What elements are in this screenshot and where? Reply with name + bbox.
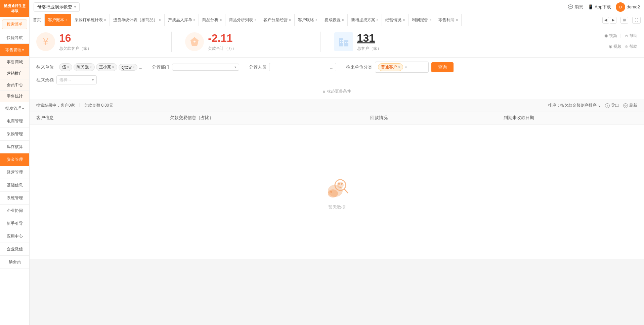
tab-goods-analysis-list[interactable]: 商品分析列表 × <box>225 14 260 26</box>
sidebar-item-member[interactable]: 畅会员 <box>0 256 29 268</box>
video-btn[interactable]: ◉ 视频 <box>604 33 617 39</box>
sidebar-item-ecommerce[interactable]: 电商管理 <box>0 115 29 128</box>
debt-amount-text: 欠款金额 0.00元 <box>84 103 113 108</box>
svg-line-13 <box>344 189 348 193</box>
user-avatar-button[interactable]: D demo2 <box>616 2 640 12</box>
quick-nav-button[interactable]: 快捷导航 <box>0 32 29 44</box>
tab-fullscreen-button[interactable]: ⛶ <box>632 17 641 24</box>
tab-purchase-order-stats[interactable]: 采购订单统计表 × <box>71 14 110 26</box>
tab-close-icon[interactable]: × <box>104 18 106 22</box>
sidebar-item-member-center[interactable]: 会员中心 <box>0 79 29 91</box>
tab-close-icon[interactable]: × <box>159 18 161 22</box>
filter-collapse-button[interactable]: ∧ 收起更多条件 <box>36 87 637 96</box>
sidebar: 畅捷通好生意 标版 搜索菜单 快捷导航 零售管理 ▾ 零售商城 营销推广 会员中… <box>0 0 30 325</box>
tab-close-icon[interactable]: × <box>289 18 291 22</box>
unit-tags-more[interactable]: ... <box>139 65 142 70</box>
sidebar-item-basic-info[interactable]: 基础信息 <box>0 179 29 192</box>
table-empty-state: 暂无数据 <box>30 124 644 259</box>
dept-select[interactable]: ▾ <box>172 64 239 71</box>
tab-close-icon[interactable]: × <box>342 18 344 22</box>
account-name: 母婴行业演示帐套 <box>37 4 72 10</box>
sidebar-item-newbie[interactable]: 新手引导 <box>0 217 29 230</box>
person-input[interactable] <box>272 65 328 70</box>
sidebar-item-retail-stats[interactable]: 零售统计 <box>0 91 29 102</box>
balance-label: 往来余额 <box>36 77 54 83</box>
person-input-wrap[interactable]: ... <box>269 63 336 71</box>
stat-total-customers-value[interactable]: 131 <box>357 32 381 44</box>
tab-close-icon[interactable]: × <box>315 18 317 22</box>
tab-expand-button[interactable]: ⊞ <box>620 17 628 24</box>
app-download-button[interactable]: 📱 App下载 <box>588 4 611 10</box>
tab-new-commission[interactable]: 新增提成方案 × <box>348 14 382 26</box>
tab-home[interactable]: 首页 <box>30 14 45 26</box>
query-button[interactable]: 查询 <box>431 62 454 72</box>
messages-button[interactable]: 💬 消息 <box>568 4 583 10</box>
tab-close-icon[interactable]: × <box>377 18 379 22</box>
sidebar-item-retail-mall[interactable]: 零售商城 <box>0 57 29 68</box>
tab-close-icon[interactable]: × <box>429 18 431 22</box>
unit-tag-4: cjttcw × <box>119 64 138 71</box>
tab-profit-report[interactable]: 利润报告 × <box>409 14 435 26</box>
table-col-due-date: 到期未收款日期 <box>504 115 637 121</box>
tab-commission-settings[interactable]: 提成设置 × <box>321 14 348 26</box>
tab-close-icon[interactable]: × <box>194 18 196 22</box>
person-dots-icon[interactable]: ... <box>330 65 334 70</box>
category-tag-close[interactable]: × <box>398 65 400 69</box>
tab-scroll-left-button[interactable]: ◀ <box>602 17 609 24</box>
tab-close-icon[interactable]: × <box>66 18 68 22</box>
sidebar-item-operation[interactable]: 经营管理 <box>0 166 29 179</box>
sort-selector[interactable]: 排序：按欠款金额倒序排序 ∨ <box>548 103 601 108</box>
stat-diamond-icon: ✦ <box>189 36 200 47</box>
search-menu-button[interactable]: 搜索菜单 <box>2 20 27 29</box>
sidebar-item-marketing[interactable]: 营销推广 <box>0 68 29 79</box>
video-help-button[interactable]: ◉ 视频 <box>609 44 621 49</box>
sidebar-item-purchase[interactable]: 采购管理 <box>0 128 29 141</box>
tab-customer-contact[interactable]: 客户联络 × <box>295 14 321 26</box>
app-header: 母婴行业演示帐套 ▾ 💬 消息 📱 App下载 D demo2 <box>30 0 644 14</box>
person-label: 分管人员 <box>249 64 266 70</box>
sidebar-item-retail-mgmt[interactable]: 零售管理 ▾ <box>0 44 29 57</box>
tab-scroll-right-button[interactable]: ▶ <box>610 17 616 24</box>
refresh-button[interactable]: ↻ 刷新 <box>623 103 637 108</box>
sort-arrow-icon: ∨ <box>598 103 601 108</box>
unit-tag-3: 王小亮 × <box>96 63 117 71</box>
unit-tag-2-close[interactable]: × <box>90 65 92 69</box>
tab-close-icon[interactable]: × <box>403 18 405 22</box>
tab-finished-goods[interactable]: 产成品入库单 × <box>165 14 199 26</box>
tab-close-icon[interactable]: × <box>254 18 256 22</box>
sidebar-item-finance[interactable]: 资金管理 <box>0 153 29 166</box>
tabs-container: 首页 客户账本 × 采购订单统计表 × 进货单统计表（按商品） × 产成品入库单… <box>30 14 599 26</box>
help-btn[interactable]: ⊙ 帮助 <box>625 33 637 39</box>
tab-retail-profit[interactable]: 零售利润 × <box>435 14 462 26</box>
category-select[interactable]: 普通客户 × ▾ <box>375 62 429 73</box>
unit-tag-1-close[interactable]: × <box>67 65 69 69</box>
sidebar-item-enterprise[interactable]: 企业协同 <box>0 205 29 217</box>
sidebar-item-system[interactable]: 系统管理 <box>0 192 29 205</box>
table-header: 客户信息 欠款交易信息（占比） 回款情况 到期未收款日期 <box>30 111 644 124</box>
tab-customer-tier[interactable]: 客户分层经营 × <box>260 14 295 26</box>
export-button[interactable]: ↑ 导出 <box>605 103 619 108</box>
sidebar-item-wechat[interactable]: 企业微信 <box>0 243 29 256</box>
unit-tag-3-close[interactable]: × <box>112 65 114 69</box>
sidebar-item-app-center[interactable]: 应用中心 <box>0 230 29 243</box>
stat-building-icon <box>338 36 350 48</box>
tab-close-icon[interactable]: × <box>456 18 458 22</box>
tab-goods-in-stats[interactable]: 进货单统计表（按商品） × <box>110 14 165 26</box>
tab-operation-status[interactable]: 经营情况 × <box>382 14 409 26</box>
search-result-text: 搜索结果中，客户0家 <box>36 103 75 108</box>
tab-close-icon[interactable]: × <box>220 18 222 22</box>
sidebar-item-wholesale-mgmt[interactable]: 批发管理 ▾ <box>0 102 29 115</box>
stat-debt-customers-value: 16 <box>59 32 91 44</box>
sidebar-item-inventory[interactable]: 库存核算 <box>0 141 29 153</box>
help-button[interactable]: ⊙ 帮助 <box>625 44 637 49</box>
svg-point-14 <box>338 183 340 185</box>
balance-select[interactable]: 选择... ▾ <box>56 75 97 84</box>
table-col-customer-info: 客户信息 <box>36 115 170 121</box>
unit-tag-4-close[interactable]: × <box>133 65 135 69</box>
stat-debt-customers-label: 总欠款客户（家） <box>59 46 91 51</box>
category-label: 往来单位分类 <box>346 64 372 70</box>
tab-goods-analysis[interactable]: 商品分析 × <box>199 14 225 26</box>
stats-row: ◉ 视频 ⊙ 帮助 ¥ 16 总欠款客户（家） ✦ <box>30 26 644 58</box>
account-selector[interactable]: 母婴行业演示帐套 ▾ <box>34 2 80 12</box>
tab-customer-ledger[interactable]: 客户账本 × <box>45 14 71 26</box>
